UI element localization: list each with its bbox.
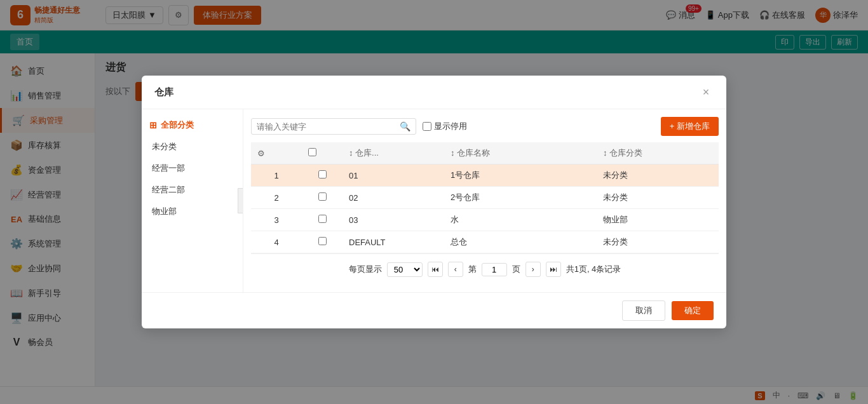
table-row[interactable]: 4 DEFAULT 总仓 未分类 [251,231,719,253]
per-page-label: 每页显示 [349,264,382,275]
page-unit: 页 [512,264,520,275]
show-disabled-checkbox[interactable] [423,122,431,131]
modal-title: 仓库 [154,86,173,98]
row-category: 未分类 [597,165,719,187]
col-header-category: ↕ 仓库分类 [597,142,719,165]
row-category: 物业部 [597,209,719,231]
row-name: 2号仓库 [444,187,597,209]
page-label: 第 [468,264,477,275]
search-box: 🔍 [251,118,416,135]
sort-icon: ↕ [349,148,353,158]
category-panel: ⊞ 全部分类 未分类 经营一部 经营二部 物业部 《 [142,109,243,292]
row-code: 01 [342,165,444,187]
total-info: 共1页, 4条记录 [566,264,621,275]
row-code: 03 [342,209,444,231]
row-name: 水 [444,209,597,231]
per-page-select[interactable]: 10 20 50 100 [387,262,423,277]
row-category: 未分类 [597,187,719,209]
row-index: 1 [251,165,302,187]
cancel-btn[interactable]: 取消 [622,300,665,321]
sort-name-icon: ↕ [451,148,455,158]
row-index: 4 [251,231,302,253]
cat-item-property[interactable]: 物业部 [142,201,243,222]
table-toolbar: 🔍 显示停用 + 新增仓库 [251,117,719,136]
table-row[interactable]: 1 01 1号仓库 未分类 [251,165,719,187]
prev-page-btn[interactable]: ‹ [448,262,463,277]
table-row[interactable]: 2 02 2号仓库 未分类 [251,187,719,209]
table-scroll: ⚙ ↕ 仓库... ↕ 仓库名称 [251,142,719,253]
sort-cat-icon: ↕ [603,148,607,158]
row-checkbox[interactable] [318,237,327,245]
row-index: 2 [251,187,302,209]
pagination: 每页显示 10 20 50 100 ⏮ ‹ 第 页 › ⏭ 共1页, 4条记录 [251,253,719,285]
row-check [302,165,342,187]
col-header-name: ↕ 仓库名称 [444,142,597,165]
search-icon: 🔍 [400,121,410,131]
last-page-btn[interactable]: ⏭ [546,262,561,277]
row-name: 1号仓库 [444,165,597,187]
row-checkbox[interactable] [318,215,327,223]
cat-item-ops2[interactable]: 经营二部 [142,179,243,201]
modal-close-btn[interactable]: × [698,84,714,100]
select-all-checkbox[interactable] [308,148,316,156]
row-code: DEFAULT [342,231,444,253]
row-check [302,187,342,209]
col-header-check [302,142,342,165]
show-disabled-toggle: 显示停用 [423,121,467,132]
warehouse-modal: 仓库 × ⊞ 全部分类 未分类 经营一部 经营二部 物业部 《 [142,76,726,328]
all-categories-btn[interactable]: ⊞ 全部分类 [142,114,243,136]
cat-item-unclassified[interactable]: 未分类 [142,136,243,158]
row-check [302,231,342,253]
cat-item-ops1[interactable]: 经营一部 [142,158,243,179]
add-warehouse-btn[interactable]: + 新增仓库 [661,117,719,136]
collapse-category-btn[interactable]: 《 [238,188,243,213]
gear-icon: ⚙ [257,149,265,158]
warehouse-table: ⚙ ↕ 仓库... ↕ 仓库名称 [251,142,719,253]
confirm-btn[interactable]: 确定 [672,301,714,320]
modal-header: 仓库 × [142,76,726,109]
modal-overlay[interactable]: 仓库 × ⊞ 全部分类 未分类 经营一部 经营二部 物业部 《 [0,0,868,404]
row-index: 3 [251,209,302,231]
grid-icon: ⊞ [149,120,157,130]
col-header-gear: ⚙ [251,142,302,165]
table-panel: 🔍 显示停用 + 新增仓库 ⚙ [243,109,726,292]
row-code: 02 [342,187,444,209]
row-checkbox[interactable] [318,170,327,178]
row-checkbox[interactable] [318,192,327,201]
modal-body: ⊞ 全部分类 未分类 经营一部 经营二部 物业部 《 🔍 [142,109,726,292]
row-category: 未分类 [597,231,719,253]
table-row[interactable]: 3 03 水 物业部 [251,209,719,231]
page-number-input[interactable] [482,263,507,276]
search-input[interactable] [257,122,400,131]
first-page-btn[interactable]: ⏮ [428,262,443,277]
next-page-btn[interactable]: › [526,262,541,277]
col-header-code: ↕ 仓库... [342,142,444,165]
row-check [302,209,342,231]
modal-footer: 取消 确定 [142,292,726,328]
row-name: 总仓 [444,231,597,253]
